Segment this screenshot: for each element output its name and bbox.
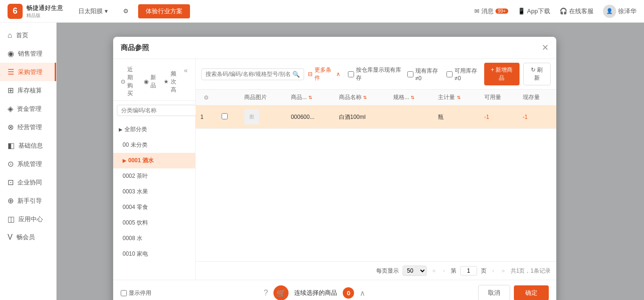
sidebar-item-finance[interactable]: ◈ 资金管理 bbox=[0, 100, 56, 118]
checkbox-current-stock-input[interactable] bbox=[407, 71, 413, 77]
sidebar-item-inventory[interactable]: ⊞ 库存核算 bbox=[0, 81, 56, 100]
sidebar-item-member[interactable]: V 畅会员 bbox=[0, 228, 56, 246]
enterprise-icon: ⊡ bbox=[8, 178, 14, 187]
product-thumbnail: 图 bbox=[244, 109, 259, 125]
cancel-button[interactable]: 取消 bbox=[478, 285, 510, 300]
guide-icon: ⊕ bbox=[8, 196, 14, 205]
main-area: 商品参照 ✕ ⊙ 近期购买 ◉ 新品 bbox=[57, 23, 644, 300]
table-wrapper: ⚙ 商品图片 商品... ⇅ bbox=[196, 90, 556, 129]
products-table: ⚙ 商品图片 商品... ⇅ bbox=[196, 90, 556, 129]
product-reference-modal: 商品参照 ✕ ⊙ 近期购买 ◉ 新品 bbox=[113, 37, 556, 300]
show-disabled-checkbox[interactable]: 显示停用 bbox=[121, 289, 151, 297]
category-item-0001[interactable]: ▶ 0001 酒水 bbox=[113, 153, 195, 168]
sidebar-item-guide[interactable]: ⊕ 新手引导 bbox=[0, 192, 56, 210]
sidebar: ⌂ 首页 ◉ 销售管理 ☰ 采购管理 ⊞ 库存核算 ◈ 资金管理 ⊗ 经营管理 … bbox=[0, 23, 57, 300]
modal-overlay: 商品参照 ✕ ⊙ 近期购买 ◉ 新品 bbox=[57, 23, 644, 300]
modal-footer: 显示停用 ? 🛒 连续选择的商品 0 ∧ 取消 确定 bbox=[113, 280, 556, 300]
add-product-button[interactable]: + 新增商品 bbox=[484, 63, 520, 85]
customer-service-nav-item[interactable]: 🎧 在线客服 bbox=[560, 7, 594, 16]
sidebar-item-purchase[interactable]: ☰ 采购管理 bbox=[0, 63, 56, 81]
checkbox-available-stock[interactable]: 可用库存≠0 bbox=[446, 67, 480, 82]
category-item-0002[interactable]: 0002 茶叶 bbox=[113, 168, 195, 184]
per-page-select[interactable]: 10 20 50 100 bbox=[403, 266, 427, 276]
category-collapse-button[interactable]: « bbox=[180, 63, 191, 100]
checkbox-current-stock[interactable]: 现有库存≠0 bbox=[407, 67, 441, 82]
category-item-0008[interactable]: 0008 水 bbox=[113, 231, 195, 246]
category-item-all[interactable]: ▶ 全部分类 bbox=[113, 122, 195, 137]
category-search-input[interactable] bbox=[117, 105, 196, 116]
sidebar-item-business[interactable]: ⊗ 经营管理 bbox=[0, 118, 56, 136]
checkbox-warehouse-stock[interactable]: 按仓库显示现有库存 bbox=[348, 66, 402, 82]
trial-button[interactable]: 体验行业方案 bbox=[138, 4, 190, 18]
app-download-nav-item[interactable]: 📱 App下载 bbox=[518, 7, 550, 16]
category-item-0004[interactable]: 0004 零食 bbox=[113, 200, 195, 215]
tab-recent-purchase[interactable]: ⊙ 近期购买 bbox=[117, 63, 140, 100]
th-spec[interactable]: 规格... ⇅ bbox=[388, 90, 433, 106]
cell-stock: -1 bbox=[518, 106, 557, 129]
phone-icon: 📱 bbox=[518, 8, 525, 15]
top-navigation: 6 畅捷通好生意 精品版 日太阳膜 ▾ ⚙ 体验行业方案 ✉ 消息 99+ 📱 … bbox=[0, 0, 644, 23]
first-page-button[interactable]: « bbox=[430, 267, 438, 275]
modal-body: ⊙ 近期购买 ◉ 新品 ★ 频次高 « bbox=[113, 59, 556, 280]
cell-image: 图 bbox=[239, 106, 286, 129]
sort-arrows-unit: ⇅ bbox=[457, 95, 461, 100]
headset-icon: 🎧 bbox=[560, 8, 567, 15]
th-code[interactable]: 商品... ⇅ bbox=[286, 90, 334, 106]
cart-icon[interactable]: 🛒 bbox=[273, 285, 289, 300]
sidebar-item-home[interactable]: ⌂ 首页 bbox=[0, 26, 56, 44]
prev-page-button[interactable]: ‹ bbox=[441, 267, 447, 275]
help-icon[interactable]: ? bbox=[264, 289, 268, 297]
product-search-input[interactable] bbox=[206, 71, 290, 77]
category-item-00[interactable]: 00 未分类 bbox=[113, 137, 195, 153]
avatar: 👤 bbox=[603, 5, 616, 18]
purchase-icon: ☰ bbox=[8, 67, 14, 76]
th-unit[interactable]: 主计量 ⇅ bbox=[433, 90, 479, 106]
settings-nav-icon[interactable]: ⚙ bbox=[117, 0, 134, 23]
row-checkbox[interactable] bbox=[222, 113, 228, 119]
store-selector[interactable]: 日太阳膜 ▾ bbox=[73, 0, 114, 23]
checkbox-warehouse-stock-input[interactable] bbox=[348, 71, 354, 77]
page-number-input[interactable] bbox=[460, 266, 477, 275]
category-tabs: ⊙ 近期购买 ◉ 新品 ★ 频次高 « bbox=[113, 59, 195, 101]
th-check bbox=[217, 90, 239, 106]
checkbox-available-stock-input[interactable] bbox=[446, 71, 453, 77]
sidebar-item-appcenter[interactable]: ◫ 应用中心 bbox=[0, 210, 56, 228]
cell-name: 白酒100ml bbox=[334, 106, 388, 129]
sort-arrows-spec: ⇅ bbox=[411, 95, 414, 100]
th-name[interactable]: 商品名称 ⇅ bbox=[334, 90, 388, 106]
category-item-0005[interactable]: 0005 饮料 bbox=[113, 215, 195, 231]
modal-header: 商品参照 ✕ bbox=[113, 37, 556, 59]
tab-frequent[interactable]: ★ 频次高 bbox=[160, 63, 180, 100]
refresh-button[interactable]: ↻ 刷新 bbox=[523, 63, 551, 85]
sidebar-item-enterprise[interactable]: ⊡ 企业协同 bbox=[0, 173, 56, 192]
sidebar-item-basic[interactable]: ◧ 基础信息 bbox=[0, 136, 56, 155]
category-list: ▶ 全部分类 00 未分类 ▶ 0001 酒水 0002 茶 bbox=[113, 120, 195, 280]
sales-icon: ◉ bbox=[8, 49, 14, 58]
recent-icon: ⊙ bbox=[121, 78, 125, 85]
next-page-button[interactable]: › bbox=[490, 267, 496, 275]
th-stock: 现存量 bbox=[518, 90, 557, 106]
show-disabled-input[interactable] bbox=[121, 290, 127, 296]
th-settings: ⚙ bbox=[196, 90, 217, 106]
category-search: 🔍 bbox=[113, 101, 195, 120]
modal-close-button[interactable]: ✕ bbox=[542, 42, 549, 53]
category-item-0010[interactable]: 0010 家电 bbox=[113, 246, 195, 262]
cell-check[interactable] bbox=[217, 106, 239, 129]
sidebar-item-system[interactable]: ⊙ 系统管理 bbox=[0, 155, 56, 173]
sidebar-item-sales[interactable]: ◉ 销售管理 bbox=[0, 44, 56, 63]
messages-nav-item[interactable]: ✉ 消息 99+ bbox=[474, 7, 508, 16]
confirm-button[interactable]: 确定 bbox=[514, 285, 549, 300]
table-row[interactable]: 1 图 000600... 白酒100ml bbox=[196, 106, 556, 129]
category-item-0003[interactable]: 0003 水果 bbox=[113, 184, 195, 200]
page-total: 共1页，1条记录 bbox=[511, 267, 551, 275]
last-page-button[interactable]: » bbox=[500, 267, 507, 275]
product-search-box: 🔍 bbox=[201, 68, 304, 80]
product-search-icon[interactable]: 🔍 bbox=[292, 71, 300, 78]
tab-new-products[interactable]: ◉ 新品 bbox=[140, 63, 160, 100]
user-profile-nav-item[interactable]: 👤 徐泽华 bbox=[603, 5, 636, 18]
product-table: ⚙ 商品图片 商品... ⇅ bbox=[196, 90, 556, 261]
table-header: ⚙ 商品图片 商品... ⇅ bbox=[196, 90, 556, 106]
more-filters-button[interactable]: ⊟ 更多条件 ∧ bbox=[308, 66, 340, 82]
basic-icon: ◧ bbox=[8, 141, 15, 150]
footer-collapse-icon[interactable]: ∧ bbox=[360, 289, 365, 298]
